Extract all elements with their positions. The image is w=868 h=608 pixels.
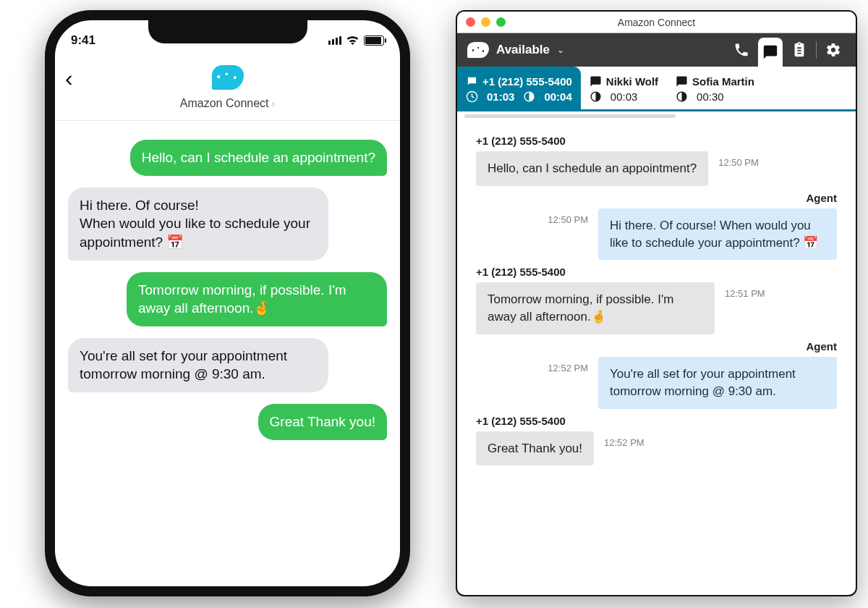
- tab-timer: 00:30: [697, 90, 724, 103]
- battery-icon: [364, 35, 384, 46]
- connect-logo-icon: [467, 42, 489, 58]
- chat-bubble-icon: [676, 75, 688, 88]
- conversation-tab[interactable]: +1 (212) 555-540001:0300:04: [457, 67, 581, 109]
- message-row: 12:50 PMHi there. Of course! When would …: [476, 208, 837, 261]
- window-title: Amazon Connect: [457, 17, 856, 28]
- cellular-signal-icon: [328, 36, 341, 45]
- conversation-title: Amazon Connect: [180, 97, 269, 110]
- conversation-tab[interactable]: Nikki Wolf00:03: [581, 67, 667, 109]
- phone-notch: [148, 17, 307, 43]
- phone-icon[interactable]: [729, 38, 754, 62]
- agent-message-bubble[interactable]: You're all set for your appointment tomo…: [598, 357, 837, 409]
- phone-message-bubble[interactable]: Hello, can I schedule an appointment?: [130, 140, 387, 176]
- agent-desktop-window: Amazon Connect Available ⌄ +1 (212) 555-…: [456, 10, 857, 596]
- chat-bubble-icon: [466, 75, 478, 88]
- half-clock-icon: [676, 90, 688, 103]
- amazon-connect-logo: [212, 65, 244, 90]
- chevron-right-icon: ›: [272, 98, 276, 109]
- tab-label: Nikki Wolf: [606, 75, 658, 88]
- half-clock-icon: [523, 90, 535, 103]
- message-row: Tomorrow morning, if possible. I'm away …: [476, 282, 837, 334]
- agent-status-label[interactable]: Available: [496, 43, 550, 57]
- tab-timer: 00:03: [610, 90, 638, 103]
- chevron-down-icon[interactable]: ⌄: [557, 45, 564, 55]
- agent-message-bubble[interactable]: Great Thank you!: [476, 431, 594, 466]
- message-timestamp: 12:52 PM: [604, 431, 646, 448]
- tab-label: Sofia Martin: [692, 75, 754, 88]
- conversation-title-row[interactable]: Amazon Connect ›: [180, 97, 275, 110]
- status-icons: [328, 35, 384, 46]
- message-sender-label: +1 (212) 555-5400: [476, 135, 837, 147]
- window-titlebar[interactable]: Amazon Connect: [457, 12, 856, 33]
- phone-chat-thread[interactable]: Hello, can I schedule an appointment?Hi …: [55, 121, 400, 459]
- chat-bubble-icon: [590, 75, 602, 88]
- phone-message-bubble[interactable]: Great Thank you!: [258, 404, 387, 440]
- conversation-tab[interactable]: Sofia Martin00:30: [667, 67, 763, 109]
- message-timestamp: 12:50 PM: [546, 208, 588, 225]
- clock-icon: [466, 90, 478, 103]
- message-sender-label: +1 (212) 555-5400: [476, 415, 837, 427]
- message-timestamp: 12:51 PM: [725, 282, 767, 299]
- tab-timer-1: 01:03: [487, 90, 514, 103]
- tab-timer-2: 00:04: [544, 90, 571, 103]
- message-row: Hello, can I schedule an appointment?12:…: [476, 151, 837, 186]
- scroll-indicator: [457, 111, 856, 120]
- settings-gear-icon[interactable]: [821, 38, 846, 62]
- toolbar-icons: [729, 33, 846, 67]
- message-sender-label: Agent: [476, 340, 837, 352]
- agent-toolbar: Available ⌄: [457, 33, 856, 67]
- agent-message-bubble[interactable]: Hi there. Of course! When would you like…: [598, 208, 837, 261]
- phone-mockup: 9:41 ‹ Amazon Connect › Hello, can I sch…: [45, 10, 410, 596]
- message-row: 12:52 PMYou're all set for your appointm…: [476, 357, 837, 409]
- chat-transcript[interactable]: +1 (212) 555-5400Hello, can I schedule a…: [457, 120, 856, 595]
- half-clock-icon: [590, 90, 602, 103]
- phone-message-bubble[interactable]: Hi there. Of course! When would you like…: [68, 187, 328, 261]
- toolbar-separator: [816, 41, 817, 59]
- phone-message-bubble[interactable]: You're all set for your appointment tomo…: [68, 338, 328, 392]
- message-timestamp: 12:52 PM: [546, 357, 588, 373]
- wifi-icon: [346, 35, 359, 46]
- tab-label: +1 (212) 555-5400: [482, 75, 572, 88]
- status-time: 9:41: [71, 33, 95, 48]
- agent-message-bubble[interactable]: Tomorrow morning, if possible. I'm away …: [476, 282, 715, 334]
- agent-message-bubble[interactable]: Hello, can I schedule an appointment?: [476, 151, 708, 186]
- message-sender-label: Agent: [476, 192, 837, 204]
- tasks-clipboard-icon[interactable]: [787, 38, 812, 62]
- chat-icon[interactable]: [758, 38, 783, 67]
- message-sender-label: +1 (212) 555-5400: [476, 266, 837, 278]
- back-button[interactable]: ‹: [65, 67, 73, 90]
- phone-header: ‹ Amazon Connect ›: [55, 61, 400, 121]
- conversation-tabs: +1 (212) 555-540001:0300:04Nikki Wolf00:…: [457, 67, 856, 111]
- message-timestamp: 12:50 PM: [718, 151, 760, 168]
- message-row: Great Thank you!12:52 PM: [476, 431, 837, 466]
- phone-message-bubble[interactable]: Tomorrow morning, if possible. I'm away …: [127, 272, 387, 326]
